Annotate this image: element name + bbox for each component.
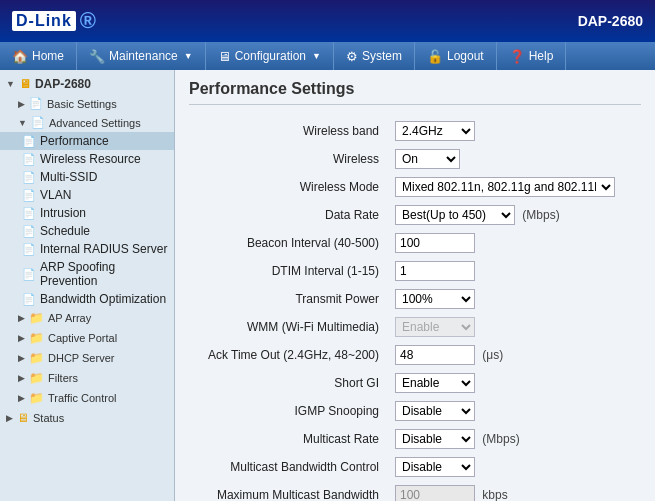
- select-wmm[interactable]: Enable: [395, 317, 475, 337]
- traffic-expand-icon: ▶: [18, 393, 25, 403]
- data-rate-unit: (Mbps): [522, 208, 559, 222]
- sidebar-item-bandwidth[interactable]: 📄 Bandwidth Optimization: [0, 290, 174, 308]
- input-ack-timeout[interactable]: [395, 345, 475, 365]
- basic-icon: 📄: [29, 97, 43, 110]
- model-label: DAP-2680: [578, 13, 643, 29]
- logo-dot: ®: [80, 8, 96, 34]
- field-wmm: WMM (Wi-Fi Multimedia) Enable: [189, 313, 641, 341]
- filters-label: Filters: [48, 372, 78, 384]
- nav-configuration[interactable]: 🖥 Configuration ▼: [206, 42, 334, 70]
- field-multicast-bw: Multicast Bandwidth Control Disable Enab…: [189, 453, 641, 481]
- sidebar-item-advanced-settings[interactable]: ▼ 📄 Advanced Settings: [0, 113, 174, 132]
- select-short-gi[interactable]: Enable Disable: [395, 373, 475, 393]
- sidebar-item-captive-portal[interactable]: ▶ 📁 Captive Portal: [0, 328, 174, 348]
- sidebar-item-vlan[interactable]: 📄 VLAN: [0, 186, 174, 204]
- label-short-gi: Short GI: [189, 369, 389, 397]
- navbar: 🏠 Home 🔧 Maintenance ▼ 🖥 Configuration ▼…: [0, 42, 655, 70]
- dlink-brand: D-Link: [12, 11, 76, 31]
- nav-logout-label: Logout: [447, 49, 484, 63]
- sidebar-item-performance[interactable]: 📄 Performance: [0, 132, 174, 150]
- sidebar-item-schedule[interactable]: 📄 Schedule: [0, 222, 174, 240]
- vlan-icon: 📄: [22, 189, 36, 202]
- label-data-rate: Data Rate: [189, 201, 389, 229]
- select-wireless-band[interactable]: 2.4GHz 5GHz: [395, 121, 475, 141]
- field-max-multicast-bw: Maximum Multicast Bandwidth kbps: [189, 481, 641, 501]
- label-wireless: Wireless: [189, 145, 389, 173]
- input-dtim[interactable]: [395, 261, 475, 281]
- advanced-settings-label: Advanced Settings: [49, 117, 141, 129]
- select-wireless[interactable]: On Off: [395, 149, 460, 169]
- select-multicast-rate[interactable]: Disable: [395, 429, 475, 449]
- radius-label: Internal RADIUS Server: [40, 242, 167, 256]
- dhcp-expand-icon: ▶: [18, 353, 25, 363]
- bandwidth-label: Bandwidth Optimization: [40, 292, 166, 306]
- sidebar-item-wireless-resource[interactable]: 📄 Wireless Resource: [0, 150, 174, 168]
- sidebar-item-multi-ssid[interactable]: 📄 Multi-SSID: [0, 168, 174, 186]
- field-wireless-mode: Wireless Mode Mixed 802.11n, 802.11g and…: [189, 173, 641, 201]
- sidebar-item-radius[interactable]: 📄 Internal RADIUS Server: [0, 240, 174, 258]
- performance-icon: 📄: [22, 135, 36, 148]
- configuration-icon: 🖥: [218, 49, 231, 64]
- nav-home-label: Home: [32, 49, 64, 63]
- nav-maintenance[interactable]: 🔧 Maintenance ▼: [77, 42, 206, 70]
- select-transmit-power[interactable]: 100% 75% 50% 25%: [395, 289, 475, 309]
- sidebar: ▼ 🖥 DAP-2680 ▶ 📄 Basic Settings ▼ 📄 Adva…: [0, 70, 175, 501]
- sidebar-item-dhcp[interactable]: ▶ 📁 DHCP Server: [0, 348, 174, 368]
- captive-folder-icon: 📁: [29, 331, 44, 345]
- value-wireless-mode: Mixed 802.11n, 802.11g and 802.11b: [389, 173, 641, 201]
- schedule-label: Schedule: [40, 224, 90, 238]
- select-igmp[interactable]: Disable Enable: [395, 401, 475, 421]
- header: D-Link ® DAP-2680: [0, 0, 655, 42]
- multi-ssid-icon: 📄: [22, 171, 36, 184]
- value-max-multicast-bw: kbps: [389, 481, 641, 501]
- field-data-rate: Data Rate Best(Up to 450) (Mbps): [189, 201, 641, 229]
- value-multicast-rate: Disable (Mbps): [389, 425, 641, 453]
- sidebar-item-traffic-control[interactable]: ▶ 📁 Traffic Control: [0, 388, 174, 408]
- value-wireless-band: 2.4GHz 5GHz: [389, 117, 641, 145]
- value-transmit-power: 100% 75% 50% 25%: [389, 285, 641, 313]
- arp-label: ARP Spoofing Prevention: [40, 260, 168, 288]
- field-transmit-power: Transmit Power 100% 75% 50% 25%: [189, 285, 641, 313]
- root-folder-icon: 🖥: [19, 77, 31, 91]
- ack-timeout-unit: (μs): [482, 348, 503, 362]
- sidebar-root[interactable]: ▼ 🖥 DAP-2680: [0, 74, 174, 94]
- logo: D-Link ®: [12, 8, 96, 34]
- wireless-resource-label: Wireless Resource: [40, 152, 141, 166]
- bandwidth-icon: 📄: [22, 293, 36, 306]
- main-layout: ▼ 🖥 DAP-2680 ▶ 📄 Basic Settings ▼ 📄 Adva…: [0, 70, 655, 501]
- filters-expand-icon: ▶: [18, 373, 25, 383]
- sidebar-item-basic-settings[interactable]: ▶ 📄 Basic Settings: [0, 94, 174, 113]
- system-icon: ⚙: [346, 49, 358, 64]
- input-beacon-interval[interactable]: [395, 233, 475, 253]
- value-multicast-bw: Disable Enable: [389, 453, 641, 481]
- nav-system[interactable]: ⚙ System: [334, 42, 415, 70]
- select-multicast-bw[interactable]: Disable Enable: [395, 457, 475, 477]
- nav-logout[interactable]: 🔓 Logout: [415, 42, 497, 70]
- traffic-folder-icon: 📁: [29, 391, 44, 405]
- field-multicast-rate: Multicast Rate Disable (Mbps): [189, 425, 641, 453]
- input-max-multicast-bw[interactable]: [395, 485, 475, 501]
- vlan-label: VLAN: [40, 188, 71, 202]
- select-wireless-mode[interactable]: Mixed 802.11n, 802.11g and 802.11b: [395, 177, 615, 197]
- value-data-rate: Best(Up to 450) (Mbps): [389, 201, 641, 229]
- sidebar-item-status[interactable]: ▶ 🖥 Status: [0, 408, 174, 428]
- settings-form: Wireless band 2.4GHz 5GHz Wireless On Of…: [189, 117, 641, 501]
- value-wmm: Enable: [389, 313, 641, 341]
- label-multicast-bw: Multicast Bandwidth Control: [189, 453, 389, 481]
- value-dtim: [389, 257, 641, 285]
- value-short-gi: Enable Disable: [389, 369, 641, 397]
- sidebar-item-filters[interactable]: ▶ 📁 Filters: [0, 368, 174, 388]
- radius-icon: 📄: [22, 243, 36, 256]
- ap-expand-icon: ▶: [18, 313, 25, 323]
- maintenance-dropdown-icon: ▼: [184, 51, 193, 61]
- sidebar-item-intrusion[interactable]: 📄 Intrusion: [0, 204, 174, 222]
- field-wireless: Wireless On Off: [189, 145, 641, 173]
- label-wireless-mode: Wireless Mode: [189, 173, 389, 201]
- nav-help[interactable]: ❓ Help: [497, 42, 567, 70]
- sidebar-item-arp[interactable]: 📄 ARP Spoofing Prevention: [0, 258, 174, 290]
- nav-home[interactable]: 🏠 Home: [0, 42, 77, 70]
- sidebar-item-ap-array[interactable]: ▶ 📁 AP Array: [0, 308, 174, 328]
- nav-system-label: System: [362, 49, 402, 63]
- multicast-rate-unit: (Mbps): [482, 432, 519, 446]
- select-data-rate[interactable]: Best(Up to 450): [395, 205, 515, 225]
